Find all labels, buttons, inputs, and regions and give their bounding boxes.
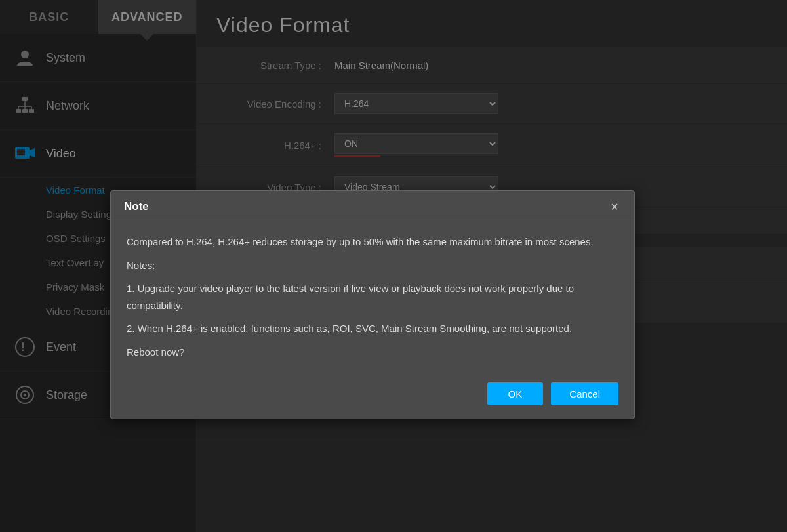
dialog-cancel-button[interactable]: Cancel	[551, 382, 618, 405]
dialog-reboot: Reboot now?	[127, 344, 618, 361]
dialog-footer: OK Cancel	[111, 373, 634, 419]
note-dialog: Note × Compared to H.264, H.264+ reduces…	[110, 190, 635, 419]
dialog-header: Note ×	[111, 191, 634, 220]
dialog-note2: 2. When H.264+ is enabled, functions suc…	[127, 320, 618, 337]
dialog-note1: 1. Upgrade your video player to the late…	[127, 280, 618, 314]
dialog-intro: Compared to H.264, H.264+ reduces storag…	[127, 234, 618, 251]
dialog-title: Note	[124, 200, 149, 213]
dialog-body: Compared to H.264, H.264+ reduces storag…	[111, 220, 634, 373]
dialog-close-button[interactable]: ×	[608, 200, 621, 213]
dialog-notes-heading: Notes:	[127, 257, 618, 274]
dialog-ok-button[interactable]: OK	[487, 382, 544, 405]
